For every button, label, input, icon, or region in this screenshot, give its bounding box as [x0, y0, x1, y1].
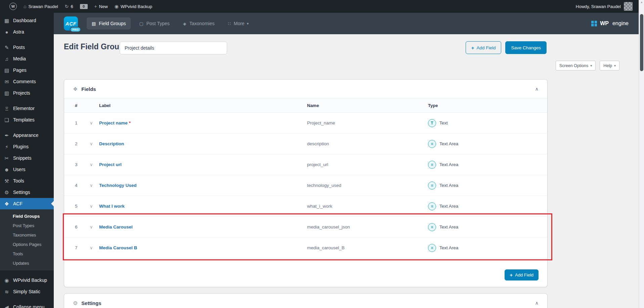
add-field-label: Add Field	[476, 45, 496, 50]
simply-static-icon: ≋	[4, 289, 10, 295]
sidebar-subitem-taxonomies[interactable]: Taxonomies	[0, 230, 54, 240]
field-name: media_carousel_B	[307, 245, 428, 250]
row-number: 1	[75, 120, 90, 125]
screen-meta-links: Screen Options ▾ Help ▾	[556, 61, 619, 70]
sidebar-item-comments[interactable]: ✉Comments	[0, 76, 54, 87]
scrollbar-thumb[interactable]	[640, 14, 643, 71]
scroll-up-arrow-icon[interactable]: ▲	[639, 1, 644, 4]
expand-row-icon[interactable]: ∨	[90, 183, 99, 188]
sidebar-item-templates[interactable]: ❑Templates	[0, 114, 54, 125]
page-header: Edit Field Group + Add Field Save Change…	[54, 34, 639, 61]
add-field-button-bottom[interactable]: + Add Field	[505, 269, 539, 280]
comments-icon: 0	[80, 4, 88, 9]
field-label-link[interactable]: Project name	[99, 120, 128, 125]
field-row-7: 7 ∨ Media Carousel B media_carousel_B ≡T…	[64, 238, 547, 258]
fields-icon: ❖	[73, 86, 78, 92]
sidebar-label: Collapse menu	[13, 304, 44, 308]
wordpress-menu[interactable]: W	[6, 0, 20, 13]
sidebar-item-appearance[interactable]: ✒Appearance	[0, 130, 54, 141]
scrollbar[interactable]: ▲	[639, 0, 644, 308]
sidebar-item-astra[interactable]: ●Astra	[0, 26, 54, 38]
sidebar-item-plugins[interactable]: ⚡Plugins	[0, 141, 54, 152]
dashboard-icon: ▦	[4, 18, 10, 23]
expand-row-icon[interactable]: ∨	[90, 245, 99, 250]
sidebar-separator	[0, 270, 54, 274]
expand-row-icon[interactable]: ∨	[90, 224, 99, 229]
sidebar-item-collapse-menu[interactable]: ◀Collapse menu	[0, 301, 54, 308]
field-label-link[interactable]: Media Carousel	[99, 224, 133, 229]
sidebar-subitem-updates[interactable]: Updates	[0, 258, 54, 268]
save-changes-button[interactable]: Save Changes	[505, 41, 547, 54]
sidebar-item-simply-static[interactable]: ≋Simply Static	[0, 286, 54, 297]
field-name: what_i_work	[307, 204, 428, 209]
updates-count: 6	[71, 4, 73, 9]
screen-options-button[interactable]: Screen Options ▾	[556, 61, 596, 70]
sidebar-subitem-tools[interactable]: Tools	[0, 249, 54, 258]
howdy-menu[interactable]: Howdy, Srawan Paudel	[576, 4, 621, 9]
comments-menu[interactable]: 0	[77, 0, 91, 13]
acf-toolbar: ACF PRO ▤ Field Groups ▢ Post Types ◈ Ta…	[54, 13, 639, 34]
sidebar-item-snippets[interactable]: ✂Snippets	[0, 152, 54, 164]
help-button[interactable]: Help ▾	[600, 61, 619, 70]
new-content-menu[interactable]: + New	[91, 0, 111, 13]
collapse-panel-icon[interactable]: ∧	[535, 86, 539, 92]
sidebar-subitem-post-types[interactable]: Post Types	[0, 221, 54, 230]
sidebar-item-elementor[interactable]: ΞElementor	[0, 103, 54, 114]
tab-field-groups[interactable]: ▤ Field Groups	[87, 17, 131, 30]
tab-more[interactable]: ∷ More ▾	[223, 17, 254, 30]
tab-post-types[interactable]: ▢ Post Types	[134, 17, 174, 30]
row-number: 3	[75, 162, 90, 167]
acf-logo-text: ACF	[66, 21, 76, 27]
templates-icon: ❑	[4, 117, 10, 123]
tab-taxonomies[interactable]: ◈ Taxonomies	[178, 17, 220, 30]
fields-panel-header: ❖ Fields ∧	[64, 80, 547, 99]
add-field-label: Add Field	[515, 272, 533, 277]
expand-row-icon[interactable]: ∨	[90, 120, 99, 125]
column-number: #	[75, 103, 90, 108]
avatar[interactable]	[624, 2, 633, 11]
sidebar-item-users[interactable]: ☻Users	[0, 164, 54, 175]
more-grid-icon: ∷	[228, 21, 230, 26]
sidebar-item-projects[interactable]: ▥Projects	[0, 87, 54, 99]
screen-options-label: Screen Options	[559, 63, 588, 68]
textarea-type-icon: ≡	[428, 140, 436, 148]
settings-panel-title: Settings	[81, 300, 101, 306]
field-label-link[interactable]: Technology Used	[99, 183, 137, 188]
field-label-link[interactable]: Description	[99, 141, 124, 146]
field-group-title-input[interactable]	[120, 42, 227, 54]
sidebar-item-dashboard[interactable]: ▦Dashboard	[0, 15, 54, 26]
sidebar-label: ACF	[13, 201, 23, 207]
field-name: project_url	[307, 162, 428, 167]
expand-row-icon[interactable]: ∨	[90, 204, 99, 209]
collapse-panel-icon[interactable]: ∧	[535, 300, 539, 306]
plus-icon: +	[471, 45, 474, 50]
sidebar-subitem-options-pages[interactable]: Options Pages	[0, 240, 54, 249]
field-type-label: Text Area	[439, 162, 458, 167]
field-name: description	[307, 141, 428, 146]
fields-panel: ❖ Fields ∧ # Label Name Type 1 ∨ Project…	[64, 79, 548, 287]
add-field-button-top[interactable]: + Add Field	[466, 41, 502, 54]
sidebar-item-posts[interactable]: ✎Posts	[0, 42, 54, 53]
sidebar-item-wpvivid-backup[interactable]: ◉WPvivid Backup	[0, 274, 54, 286]
expand-row-icon[interactable]: ∨	[90, 141, 99, 146]
updates-menu[interactable]: ↻ 6	[61, 0, 77, 13]
sidebar-item-media[interactable]: ♫Media	[0, 53, 54, 64]
sidebar-item-settings[interactable]: ⚙Settings	[0, 187, 54, 198]
field-row-3: 3 ∨ Project url project_url ≡Text Area	[64, 154, 547, 175]
appearance-icon: ✒	[4, 133, 10, 138]
field-row-1: 1 ∨ Project name* Project_name TText	[64, 113, 547, 134]
column-name: Name	[307, 103, 428, 108]
sidebar-item-tools[interactable]: ⚒Tools	[0, 175, 54, 187]
sidebar-subitem-field-groups[interactable]: Field Groups	[0, 211, 54, 221]
sidebar-item-pages[interactable]: ▤Pages	[0, 64, 54, 76]
field-label-link[interactable]: Project url	[99, 162, 122, 167]
wpvivid-backup-menu[interactable]: ◉ WPvivid Backup	[111, 0, 156, 13]
field-label-link[interactable]: Media Carousel B	[99, 245, 137, 250]
plus-icon: +	[510, 272, 513, 277]
site-name-menu[interactable]: ⌂ Srawan Paudel	[20, 0, 61, 13]
field-label-link[interactable]: What I work	[99, 204, 125, 209]
expand-row-icon[interactable]: ∨	[90, 162, 99, 167]
column-type: Type	[428, 103, 547, 108]
field-type: ≡Text Area	[428, 182, 547, 190]
sidebar-item-acf[interactable]: ❖ACF	[0, 198, 54, 209]
